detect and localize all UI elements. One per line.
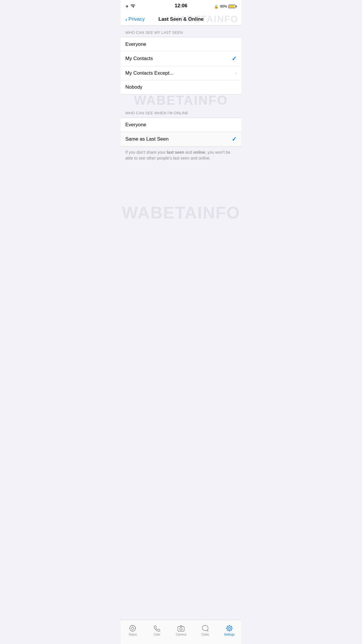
lock-icon: 🔒: [214, 4, 219, 9]
chevron-right-icon: ›: [235, 71, 237, 76]
status-bar: ✈ 12:06 🔒 90%: [121, 0, 241, 13]
online-section-header: WHO CAN SEE WHEN I'M ONLINE: [121, 106, 241, 118]
status-time: 12:06: [175, 3, 187, 9]
my-contacts-label: My Contacts: [125, 56, 153, 62]
battery-percent: 90%: [220, 4, 227, 8]
info-text-bold1: last seen: [167, 150, 184, 155]
content-area: WHO CAN SEE MY LAST SEEN Everyone My Con…: [121, 26, 241, 283]
same-as-last-seen-label: Same as Last Seen: [125, 136, 168, 142]
content-spacer: WABetaInfo: [121, 166, 241, 259]
back-button[interactable]: ‹ Privacy: [125, 16, 145, 22]
status-left: ✈: [125, 4, 135, 9]
last-seen-list: Everyone My Contacts ✓ My Contacts Excep…: [121, 37, 241, 94]
list-item[interactable]: Everyone: [121, 37, 241, 51]
status-right: 🔒 90%: [214, 4, 237, 9]
section-spacer: WABetaInfo: [121, 94, 241, 106]
list-item[interactable]: Everyone: [121, 118, 241, 132]
online-list: Everyone Same as Last Seen ✓: [121, 118, 241, 147]
nobody-label: Nobody: [125, 84, 143, 90]
back-label: Privacy: [129, 16, 145, 22]
page-title: Last Seen & Online: [159, 16, 204, 22]
list-item[interactable]: My Contacts ✓: [121, 51, 241, 66]
info-text-middle: and: [184, 150, 193, 155]
back-chevron-icon: ‹: [125, 16, 127, 22]
battery-icon: [229, 5, 237, 8]
list-item[interactable]: Nobody: [121, 80, 241, 94]
list-item[interactable]: My Contacts Except... ›: [121, 66, 241, 80]
airplane-icon: ✈: [125, 4, 129, 9]
checkmark-icon: ✓: [232, 55, 237, 62]
last-seen-section-header: WHO CAN SEE MY LAST SEEN: [121, 26, 241, 37]
my-contacts-except-label: My Contacts Except...: [125, 70, 173, 76]
info-text-prefix: If you don't share your: [125, 150, 167, 155]
nav-bar: ‹ Privacy Last Seen & Online WABetaInfo: [121, 13, 241, 26]
list-item[interactable]: Same as Last Seen ✓: [121, 132, 241, 146]
wifi-icon: [131, 4, 135, 9]
checkmark-icon: ✓: [232, 136, 237, 143]
everyone-last-seen-label: Everyone: [125, 41, 146, 47]
info-text: If you don't share your last seen and on…: [121, 147, 241, 166]
info-text-bold2: online: [193, 150, 205, 155]
everyone-online-label: Everyone: [125, 122, 146, 128]
